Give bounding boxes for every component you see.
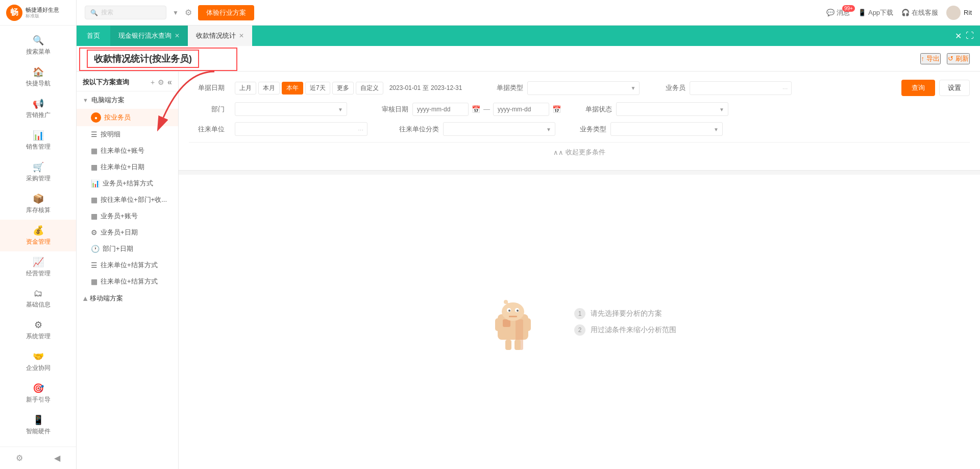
svg-rect-5 (505, 340, 511, 350)
phone-icon: 📱 (858, 9, 866, 16)
sidebar-item-hardware[interactable]: 📱 智能硬件 (0, 409, 76, 441)
scheme-item-unit-account[interactable]: ▦ 往来单位+账号 (77, 143, 178, 159)
topbar-search-box[interactable]: 🔍 搜索 (85, 6, 166, 19)
unit-type-select[interactable] (443, 122, 555, 136)
sidebar-item-guide[interactable]: 🎯 新手引导 (0, 378, 76, 409)
sidebar-item-marketing[interactable]: 📢 营销推广 (0, 93, 76, 125)
expand-arrow-icon: ▼ (83, 97, 88, 103)
filter-settings-button[interactable]: 设置 (939, 80, 970, 96)
date-btn-this-month[interactable]: 本月 (258, 82, 280, 95)
doc-status-select-wrapper (616, 102, 728, 116)
sidebar-item-search[interactable]: 🔍 搜索菜单 (0, 30, 76, 61)
date-btn-custom[interactable]: 自定义 (356, 82, 383, 95)
scheme-item-salesman-date[interactable]: ⚙ 业务员+日期 (77, 224, 178, 241)
salesman-input[interactable] (690, 81, 792, 95)
doc-type-select[interactable] (527, 81, 640, 95)
scheme-item-by-detail[interactable]: ☰ 按明细 (77, 126, 178, 143)
settings-icon: ⚙ (91, 228, 97, 237)
list-icon: ☰ (91, 130, 97, 138)
scheme-item-salesman-account[interactable]: ▦ 业务员+账号 (77, 208, 178, 224)
sidebar-item-basic[interactable]: 🗂 基础信息 (0, 283, 76, 314)
sidebar-collapse-btn[interactable]: ◀ (54, 453, 60, 463)
salesman-group: 业务员 ··· (660, 81, 792, 95)
sidebar-item-finance[interactable]: 💰 资金管理 (0, 220, 76, 251)
logo-area: 畅 畅捷通好生意 标准版 (0, 0, 76, 26)
doc-status-select[interactable] (616, 102, 728, 116)
dropdown-arrow-icon[interactable]: ▼ (173, 9, 179, 16)
salesman-more-icon[interactable]: ··· (782, 84, 788, 92)
sidebar-item-quick-nav[interactable]: 🏠 快捷导航 (0, 61, 76, 93)
sidebar-item-system[interactable]: ⚙ 系统管理 (0, 314, 76, 346)
collapse-icon: ∧∧ (553, 149, 564, 156)
unit-input[interactable] (235, 122, 368, 136)
tab-close-bank-flow[interactable]: ✕ (175, 32, 180, 39)
query-buttons: 查询 设置 (901, 80, 970, 96)
scheme-item-unit-settle2[interactable]: ▦ 往来单位+结算方式 (77, 273, 178, 290)
online-service-button[interactable]: 🎧 在线客服 (901, 8, 938, 17)
scheme-item-salesman-settle[interactable]: 📊 业务员+结算方式 (77, 175, 178, 192)
tab-receipt-stats[interactable]: 收款情况统计 ✕ (188, 26, 252, 46)
query-button[interactable]: 查询 (901, 80, 935, 96)
date-btn-more[interactable]: 更多 (332, 82, 354, 95)
biz-type-select[interactable] (610, 122, 723, 136)
scheme-item-unit-dept-collect[interactable]: ▦ 按往来单位+部门+收... (77, 192, 178, 208)
sidebar-item-purchase[interactable]: 🛒 采购管理 (0, 156, 76, 188)
date-btn-7days[interactable]: 近7天 (305, 82, 330, 95)
app-download-button[interactable]: 📱 App下载 (858, 8, 893, 17)
salesman-label: 业务员 (660, 83, 685, 92)
grid-icon2: ▦ (91, 163, 97, 171)
mobile-scheme-title[interactable]: ▶ 移动端方案 (77, 290, 178, 307)
svg-point-10 (508, 310, 510, 312)
scheme-item-unit-date[interactable]: ▦ 往来单位+日期 (77, 159, 178, 175)
trial-button[interactable]: 体验行业方案 (198, 5, 254, 20)
sidebar-item-sales[interactable]: 📊 销售管理 (0, 125, 76, 156)
review-date-from[interactable] (412, 103, 469, 116)
marketing-icon: 📢 (33, 98, 44, 109)
sidebar-item-enterprise[interactable]: 🤝 企业协同 (0, 346, 76, 378)
scheme-item-by-salesman[interactable]: ● 按业务员 (77, 109, 178, 126)
sidebar-item-inventory[interactable]: 📦 库存核算 (0, 188, 76, 220)
sidebar-settings-btn[interactable]: ⚙ (16, 453, 23, 463)
empty-step-1: 1 请先选择要分析的方案 (574, 308, 676, 319)
scheme-item-dept-date[interactable]: 🕐 部门+日期 (77, 241, 178, 257)
add-scheme-button[interactable]: + (151, 78, 155, 86)
unit-input-wrapper: ··· (235, 122, 368, 136)
headset-icon: 🎧 (901, 9, 910, 16)
mobile-scheme-group: ▶ 移动端方案 (77, 290, 178, 307)
date-btn-this-year[interactable]: 本年 (282, 82, 303, 95)
sidebar-item-wechat[interactable]: 💬 企业微信 (0, 441, 76, 447)
dept-select[interactable] (235, 102, 347, 116)
tab-bank-flow[interactable]: 现金银行流水查询 ✕ (110, 26, 188, 46)
list-icon2: ☰ (91, 261, 97, 269)
page-actions: ↑ 导出 ↺ 刷新 (920, 53, 970, 64)
tab-expand-icon[interactable]: ⛶ (966, 31, 974, 40)
date-btn-last-month[interactable]: 上月 (235, 82, 256, 95)
right-panel: 单据日期 上月 本月 本年 近7天 更多 自定义 2023-01-01 (179, 72, 980, 469)
desktop-scheme-title[interactable]: ▼ 电脑端方案 (77, 91, 178, 109)
guide-icon: 🎯 (33, 383, 44, 394)
biz-type-group: 业务类型 (576, 122, 723, 136)
date-label: 单据日期 (189, 83, 225, 92)
user-area[interactable]: Rit (946, 6, 972, 20)
review-date-label: 审核日期 (378, 105, 408, 114)
tab-close-receipt-stats[interactable]: ✕ (239, 32, 244, 39)
inventory-icon: 📦 (33, 193, 44, 204)
message-button[interactable]: 💬 消息 99+ (826, 8, 850, 17)
title-container: 收款情况统计(按业务员) (87, 50, 199, 68)
scheme-settings-button[interactable]: ⚙ (158, 78, 164, 86)
table-icon3: ▦ (91, 277, 97, 286)
unit-more-icon[interactable]: ··· (358, 125, 363, 133)
review-date-to[interactable] (493, 103, 549, 116)
export-button[interactable]: ↑ 导出 (920, 53, 941, 64)
sidebar-item-operation[interactable]: 📈 经营管理 (0, 251, 76, 283)
panel-collapse-button[interactable]: « (167, 78, 172, 87)
refresh-button[interactable]: ↺ 刷新 (947, 53, 970, 64)
tab-close-all-icon[interactable]: ✕ (955, 31, 962, 41)
empty-step-2: 2 用过滤条件来缩小分析范围 (574, 324, 676, 336)
tab-home[interactable]: 首页 (77, 26, 110, 46)
scheme-item-unit-settle1[interactable]: ☰ 往来单位+结算方式 (77, 257, 178, 273)
topbar-gear-icon[interactable]: ⚙ (185, 8, 192, 17)
collapse-more-button[interactable]: ∧∧ 收起更多条件 (189, 142, 970, 162)
topbar-right: 💬 消息 99+ 📱 App下载 🎧 在线客服 Rit (826, 6, 972, 20)
grid-icon: ▦ (91, 147, 97, 155)
